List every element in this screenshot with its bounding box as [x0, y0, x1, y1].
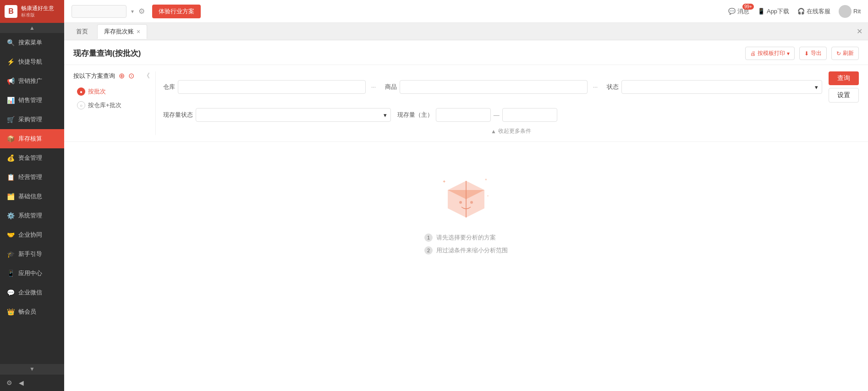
tab-inventory-batch-label: 库存批次账 — [104, 27, 134, 36]
base-icon: 🗂️ — [6, 192, 15, 201]
sidebar-item-apps[interactable]: 📱 应用中心 — [0, 264, 64, 283]
tab-close-icon[interactable]: × — [137, 28, 140, 35]
empty-state: ✦ ✦ ✦ 1 请先选择要分析的方案 2 用过滤条件来缩小分析范围 — [64, 142, 868, 282]
sidebar-item-marketing[interactable]: 📢 营销推广 — [0, 71, 64, 91]
messages-button[interactable]: 💬 消息 99+ — [728, 7, 749, 16]
sidebar-item-label: 销售管理 — [18, 96, 42, 104]
member-icon: 👑 — [6, 308, 15, 316]
scheme-add-icon[interactable]: ⊕ — [119, 71, 125, 80]
sidebar-item-label: 经营管理 — [18, 173, 42, 181]
quantity-group: 现存量（主） — — [397, 108, 625, 122]
status-chevron-icon: ▾ — [815, 84, 818, 91]
warehouse-more-icon[interactable]: ··· — [368, 83, 379, 91]
sidebar-item-shortcuts[interactable]: ⚡ 快捷导航 — [0, 52, 64, 71]
sidebar-item-newbie[interactable]: 🎓 新手引导 — [0, 244, 64, 264]
topbar-right: 💬 消息 99+ 📱 App下载 🎧 在线客服 Rit — [728, 5, 861, 18]
sidebar-item-base[interactable]: 🗂️ 基础信息 — [0, 187, 64, 206]
topbar: ▾ ⚙ 体验行业方案 💬 消息 99+ 📱 App下载 🎧 在线客服 Rit — [64, 0, 868, 23]
online-service-label: 在线客服 — [807, 7, 830, 16]
warehouse-input[interactable] — [178, 80, 366, 94]
footer-collapse-icon[interactable]: ◀ — [19, 379, 24, 386]
topbar-search-input[interactable] — [71, 5, 126, 18]
goods-filter-group: 商品 ··· — [385, 80, 600, 94]
sidebar-item-purchase[interactable]: 🛒 采购管理 — [0, 110, 64, 129]
sidebar-item-label: 企业协同 — [18, 231, 42, 239]
company-name: 畅康通好生意 — [21, 5, 54, 12]
sidebar-item-label: 新手引导 — [18, 250, 42, 258]
page-header-actions: 🖨 按模板打印 ▾ ⬇ 导出 ↻ 刷新 — [745, 47, 859, 60]
sidebar-item-finance[interactable]: 💰 资金管理 — [0, 148, 64, 168]
svg-text:✦: ✦ — [487, 195, 489, 197]
footer-settings-icon[interactable]: ⚙ — [6, 379, 12, 386]
quantity-min-input[interactable] — [436, 108, 491, 122]
filter-scheme-header: 按以下方案查询 ⊕ ⊙ 《 — [73, 71, 150, 80]
sidebar-item-label: 搜索菜单 — [18, 38, 42, 47]
shortcuts-icon: ⚡ — [6, 58, 15, 66]
sidebar-item-label: 企业微信 — [18, 288, 42, 297]
apps-icon: 📱 — [6, 269, 15, 277]
tip-1-text: 请先选择要分析的方案 — [436, 234, 496, 242]
close-all-tabs-icon[interactable]: ✕ — [857, 27, 863, 36]
app-download-button[interactable]: 📱 App下载 — [758, 7, 789, 16]
avatar — [839, 5, 852, 18]
inventory-status-select[interactable]: ▾ — [196, 108, 391, 122]
collapse-more-button[interactable]: ▲ 收起更多条件 — [163, 127, 859, 135]
sales-icon: 📊 — [6, 96, 15, 104]
sidebar-item-system[interactable]: ⚙️ 系统管理 — [0, 206, 64, 225]
user-profile-button[interactable]: Rit — [839, 5, 861, 18]
quantity-max-input[interactable] — [502, 108, 557, 122]
print-chevron-icon: ▾ — [787, 50, 790, 57]
status-select[interactable]: ▾ — [621, 80, 822, 94]
sidebar-item-wechat[interactable]: 💬 企业微信 — [0, 283, 64, 302]
scheme-settings-icon[interactable]: ⊙ — [128, 71, 134, 80]
sidebar-item-sales[interactable]: 📊 销售管理 — [0, 91, 64, 110]
headset-icon: 🎧 — [797, 8, 805, 15]
sidebar-item-enterprise[interactable]: 🤝 企业协同 — [0, 225, 64, 244]
filter-schemes: 按以下方案查询 ⊕ ⊙ 《 ● 按批次 ○ 按仓库+批次 — [73, 71, 156, 135]
goods-more-icon[interactable]: ··· — [590, 83, 600, 91]
sidebar-item-operations[interactable]: 📋 经营管理 — [0, 168, 64, 187]
warehouse-label: 仓库 — [163, 83, 175, 91]
sidebar-item-member[interactable]: 👑 畅会员 — [0, 302, 64, 321]
sidebar-header: B 畅康通好生意 标准版 — [0, 0, 64, 23]
sidebar-scroll-down[interactable]: ▼ — [0, 364, 64, 374]
tab-inventory-batch[interactable]: 库存批次账 × — [97, 24, 147, 39]
scheme-item-warehouse-batch[interactable]: ○ 按仓库+批次 — [73, 98, 150, 112]
refresh-button[interactable]: ↻ 刷新 — [831, 47, 859, 60]
export-button[interactable]: ⬇ 导出 — [799, 47, 827, 60]
sidebar-item-label: 库存核算 — [18, 135, 42, 143]
query-button[interactable]: 查询 — [829, 71, 859, 85]
tab-home[interactable]: 首页 — [70, 25, 94, 38]
scheme-inactive-icon: ○ — [77, 101, 85, 109]
print-button[interactable]: 🖨 按模板打印 ▾ — [745, 47, 795, 60]
sidebar-nav: 🔍 搜索菜单 ⚡ 快捷导航 📢 营销推广 📊 销售管理 🛒 采购管理 📦 库存核… — [0, 33, 64, 364]
empty-state-icon: ✦ ✦ ✦ — [439, 169, 494, 224]
scheme-warehouse-batch-label: 按仓库+批次 — [88, 101, 121, 109]
filter-row-2: 现存量状态 ▾ 现存量（主） — — [163, 108, 859, 122]
online-service-button[interactable]: 🎧 在线客服 — [797, 7, 830, 16]
svg-text:✦: ✦ — [442, 179, 446, 184]
sidebar-scroll-up[interactable]: ▲ — [0, 23, 64, 33]
app-download-label: App下载 — [767, 7, 789, 16]
status-filter-group: 状态 ▾ — [607, 80, 822, 94]
topbar-chevron-icon[interactable]: ▾ — [131, 8, 134, 15]
scheme-collapse-icon[interactable]: 《 — [143, 72, 150, 80]
trial-industry-button[interactable]: 体验行业方案 — [152, 5, 201, 18]
sidebar-item-search[interactable]: 🔍 搜索菜单 — [0, 33, 64, 52]
inventory-icon: 📦 — [6, 135, 15, 143]
settings-button[interactable]: 设置 — [829, 88, 859, 103]
scheme-item-batch[interactable]: ● 按批次 — [73, 85, 150, 98]
search-icon: 🔍 — [6, 38, 15, 47]
newbie-icon: 🎓 — [6, 250, 15, 258]
topbar-gear-icon[interactable]: ⚙ — [138, 7, 145, 16]
goods-input[interactable] — [400, 80, 588, 94]
sidebar-item-inventory[interactable]: 📦 库存核算 — [0, 129, 64, 148]
filter-fields: 仓库 ··· 商品 ··· 状态 ▾ — [156, 71, 859, 135]
goods-label: 商品 — [385, 83, 397, 91]
collapse-chevron-up-icon: ▲ — [491, 128, 496, 135]
wechat-icon: 💬 — [6, 288, 15, 297]
empty-tip-2: 2 用过滤条件来缩小分析范围 — [424, 246, 508, 255]
refresh-icon: ↻ — [836, 50, 841, 57]
sidebar-item-label: 基础信息 — [18, 192, 42, 201]
app-logo: B — [5, 5, 17, 18]
